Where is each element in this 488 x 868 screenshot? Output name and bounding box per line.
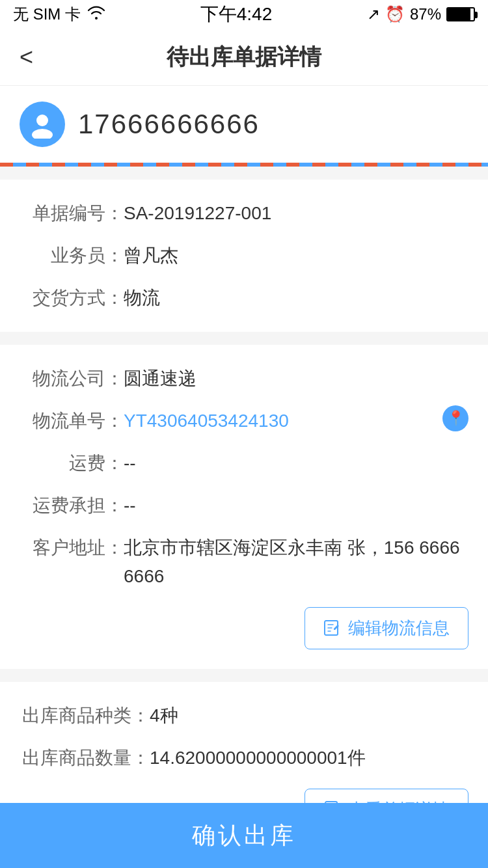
logistics-company-label: 物流公司： — [20, 364, 124, 394]
product-type-label: 出库商品种类： — [20, 701, 150, 731]
salesperson-value: 曾凡杰 — [124, 241, 468, 271]
product-type-row: 出库商品种类： 4种 — [20, 701, 468, 731]
status-left: 无 SIM 卡 — [13, 4, 105, 25]
avatar — [20, 102, 65, 147]
customer-phone: 17666666666 — [78, 109, 260, 140]
location-icon: ↗ — [367, 5, 380, 23]
map-pin-icon[interactable] — [442, 405, 468, 431]
salesperson-label: 业务员： — [20, 241, 124, 271]
order-info-section: 单据编号： SA-20191227-001 业务员： 曾凡杰 交货方式： 物流 — [0, 180, 488, 332]
confirm-button-label: 确认出库 — [192, 820, 296, 852]
svg-point-0 — [36, 115, 48, 126]
edit-logistics-area: 编辑物流信息 — [20, 607, 468, 649]
wifi-icon — [87, 5, 105, 23]
battery-percentage: 87% — [410, 5, 441, 23]
product-quantity-label: 出库商品数量： — [20, 744, 150, 773]
freight-bearer-row: 运费承担： -- — [20, 491, 468, 521]
customer-header: 17666666666 — [0, 86, 488, 163]
logistics-company-row: 物流公司： 圆通速递 — [20, 364, 468, 394]
freight-label: 运费： — [20, 449, 124, 478]
delivery-method-value: 物流 — [124, 284, 468, 313]
address-value: 北京市市辖区海淀区永丰南 张，156 6666 6666 — [124, 534, 468, 592]
product-quantity-row: 出库商品数量： 14.62000000000000001件 — [20, 744, 468, 773]
confirm-button[interactable]: 确认出库 — [0, 803, 488, 868]
edit-logistics-label: 编辑物流信息 — [348, 617, 450, 640]
status-time: 下午4:42 — [200, 2, 273, 27]
tracking-number-row: 物流单号： YT43064053424130 — [20, 407, 468, 436]
svg-point-1 — [32, 129, 53, 139]
person-icon — [28, 110, 57, 139]
edit-icon — [323, 619, 342, 638]
logistics-section: 物流公司： 圆通速递 物流单号： YT43064053424130 运费： --… — [0, 345, 488, 669]
nav-bar: < 待出库单据详情 — [0, 29, 488, 86]
product-quantity-value: 14.62000000000000001件 — [150, 744, 468, 773]
logistics-company-value: 圆通速递 — [124, 364, 468, 394]
edit-logistics-button[interactable]: 编辑物流信息 — [305, 607, 468, 649]
freight-row: 运费： -- — [20, 449, 468, 478]
status-right: ↗ ⏰ 87% — [367, 5, 475, 23]
document-number-value: SA-20191227-001 — [124, 199, 468, 228]
dashed-divider — [0, 163, 488, 167]
salesperson-row: 业务员： 曾凡杰 — [20, 241, 468, 271]
status-bar: 无 SIM 卡 下午4:42 ↗ ⏰ 87% — [0, 0, 488, 29]
delivery-method-label: 交货方式： — [20, 284, 124, 313]
carrier-label: 无 SIM 卡 — [13, 4, 81, 25]
back-button[interactable]: < — [20, 44, 33, 71]
product-type-value: 4种 — [150, 701, 468, 731]
delivery-method-row: 交货方式： 物流 — [20, 284, 468, 313]
alarm-icon: ⏰ — [385, 5, 405, 23]
page-title: 待出库单据详情 — [167, 42, 321, 72]
freight-value: -- — [124, 449, 468, 478]
freight-bearer-label: 运费承担： — [20, 491, 124, 521]
tracking-number-label: 物流单号： — [20, 407, 124, 436]
tracking-number-value: YT43064053424130 — [124, 407, 435, 436]
freight-bearer-value: -- — [124, 491, 468, 521]
address-row: 客户地址： 北京市市辖区海淀区永丰南 张，156 6666 6666 — [20, 534, 468, 592]
document-number-label: 单据编号： — [20, 199, 124, 228]
address-label: 客户地址： — [20, 534, 124, 563]
section-divider — [0, 669, 488, 682]
battery-icon — [446, 7, 475, 21]
document-number-row: 单据编号： SA-20191227-001 — [20, 199, 468, 228]
